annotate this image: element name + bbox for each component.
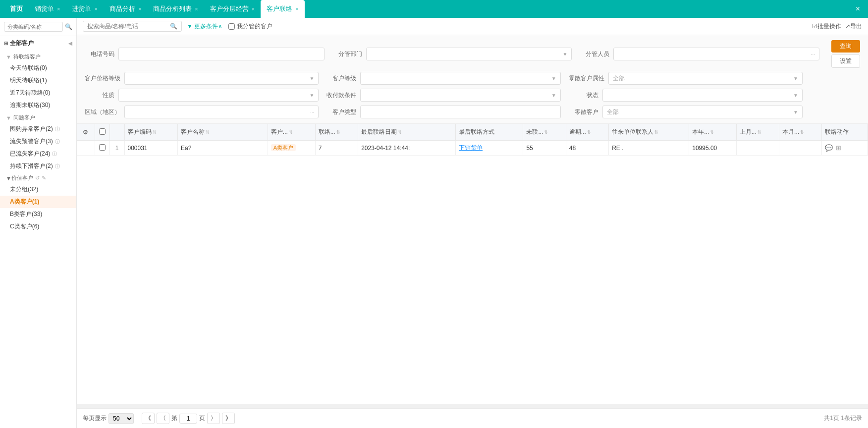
nav-customer-contact[interactable]: 客户联络 × <box>261 0 304 18</box>
th-overdue[interactable]: 逾期... ⇅ <box>566 124 608 141</box>
th-prev-contact[interactable]: 往来单位联系人 ⇅ <box>609 124 689 141</box>
filter-phone-input[interactable] <box>118 48 325 60</box>
sidebar: 🔍 ⊞ 全部客户 ◀ ▼ 待联络客户 今天待联络(0) 明天待联络(1) 近7天… <box>0 18 77 428</box>
filter-search-input[interactable] <box>87 23 168 30</box>
sidebar-item-a-class[interactable]: A类客户(1) <box>0 196 76 208</box>
nav-sales[interactable]: 销货单 × <box>29 0 66 18</box>
sidebar-item-c-class[interactable]: C类客户(6) <box>0 220 76 233</box>
nav-purchase[interactable]: 进货单 × <box>66 0 103 18</box>
filter-cust-type-input[interactable] <box>360 106 560 118</box>
nav-customer-tier[interactable]: 客户分层经营 × <box>204 0 261 18</box>
filter-retail-attr-select[interactable]: 全部 ▼ <box>608 72 803 85</box>
sort-this-month-icon[interactable]: ⇅ <box>800 130 804 135</box>
last-contact-method[interactable]: 下销货单 <box>459 144 483 151</box>
sort-last-date-icon[interactable]: ⇅ <box>398 130 402 135</box>
sort-contact-icon[interactable]: ⇅ <box>336 130 340 135</box>
batch-op-btn[interactable]: ☑ 批量操作 <box>812 22 841 31</box>
page-number-input[interactable] <box>179 414 197 424</box>
sort-this-year-icon[interactable]: ⇅ <box>710 130 714 135</box>
th-name[interactable]: 客户名称 ⇅ <box>178 124 268 141</box>
row-message-icon[interactable]: 💬 <box>825 144 833 152</box>
nav-home[interactable]: 首页 <box>4 0 29 18</box>
sidebar-all-customers[interactable]: ⊞ 全部客户 ◀ <box>0 36 76 51</box>
sidebar-item-today[interactable]: 今天待联络(0) <box>0 62 76 74</box>
nav-customer-tier-label: 客户分层经营 <box>210 4 249 13</box>
sidebar-item-churned[interactable]: 已流失客户(24) ⓘ <box>0 148 76 160</box>
filter-price-grade-select[interactable]: ▼ <box>124 72 319 85</box>
sidebar-search-icon[interactable]: 🔍 <box>65 23 72 30</box>
horizontal-scrollbar[interactable] <box>77 404 868 408</box>
overdue-days: 48 <box>569 145 576 152</box>
my-customers-checkbox-label[interactable]: 我分管的客户 <box>228 22 272 31</box>
filter-nature-select[interactable]: ▼ <box>118 89 319 102</box>
table-row: 1 000031 Ea? A类客户 7 <box>77 141 868 156</box>
nav-goods-analysis[interactable]: 商品分析 × <box>104 0 147 18</box>
sidebar-item-abnormal[interactable]: 囤购异常客户(2) ⓘ <box>0 123 76 135</box>
sidebar-item-overdue[interactable]: 逾期未联络(30) <box>0 99 76 111</box>
sidebar-item-churn-warn[interactable]: 流失预警客户(3) ⓘ <box>0 135 76 148</box>
more-filter-caret: ∧ <box>218 23 222 30</box>
filter-cust-grade-select[interactable]: ▼ <box>360 72 560 85</box>
export-btn[interactable]: ↗ 导出 <box>845 22 862 31</box>
th-num <box>109 124 124 141</box>
th-this-year[interactable]: 本年... ⇅ <box>689 124 737 141</box>
th-uncontacted-label: 未联... <box>526 128 543 136</box>
sort-uncontacted-icon[interactable]: ⇅ <box>544 130 548 135</box>
filter-payment-select[interactable]: ▼ <box>360 89 560 102</box>
th-uncontacted[interactable]: 未联... ⇅ <box>523 124 566 141</box>
sidebar-item-tomorrow[interactable]: 明天待联络(1) <box>0 74 76 87</box>
th-settings[interactable]: ⚙ <box>77 124 95 141</box>
next-page-btn[interactable]: 〉 <box>207 413 220 424</box>
nav-goods-list[interactable]: 商品分析列表 × <box>147 0 204 18</box>
nav-customer-tier-close[interactable]: × <box>252 6 255 12</box>
sidebar-item-declining[interactable]: 持续下滑客户(2) ⓘ <box>0 160 76 172</box>
sort-last-month-icon[interactable]: ⇅ <box>758 130 761 135</box>
more-filter-btn[interactable]: ▼ 更多条件 ∧ <box>187 22 222 31</box>
th-last-month[interactable]: 上月... ⇅ <box>736 124 779 141</box>
prev-page-btn[interactable]: 〈 <box>157 413 169 424</box>
sort-type-icon[interactable]: ⇅ <box>289 130 293 135</box>
filter-retail-cust-select[interactable]: 全部 ▼ <box>602 106 803 118</box>
row-more-icon[interactable]: ⊞ <box>836 144 841 152</box>
th-contact[interactable]: 联络... ⇅ <box>315 124 358 141</box>
sort-name-icon[interactable]: ⇅ <box>206 130 210 135</box>
th-this-month[interactable]: 本月... ⇅ <box>779 124 822 141</box>
sort-prev-contact-icon[interactable]: ⇅ <box>654 130 658 135</box>
sidebar-item-b-class[interactable]: B类客户(33) <box>0 208 76 220</box>
settings-button[interactable]: 设置 <box>831 54 860 68</box>
th-code[interactable]: 客户编码 ⇅ <box>124 124 178 141</box>
filter-region-select[interactable]: ··· <box>124 106 319 118</box>
window-close-button[interactable]: × <box>852 4 864 13</box>
page-size-select[interactable]: 20 50 100 200 <box>108 413 134 424</box>
settings-gear-icon[interactable]: ⚙ <box>83 129 88 136</box>
my-customers-checkbox[interactable] <box>228 23 235 30</box>
nav-purchase-close[interactable]: × <box>94 6 97 12</box>
td-name: Ea? <box>178 141 268 156</box>
refresh-icon[interactable]: ↺ <box>35 175 40 181</box>
first-page-btn[interactable]: 《 <box>142 413 155 424</box>
query-button[interactable]: 查询 <box>831 40 860 53</box>
filter-dept-select[interactable]: ▼ <box>366 48 572 60</box>
page-label: 第 <box>171 414 177 423</box>
sidebar-item-ungroup[interactable]: 未分组(32) <box>0 183 76 196</box>
edit-icon[interactable]: ✎ <box>42 175 46 181</box>
nav-customer-contact-close[interactable]: × <box>295 6 298 12</box>
filter-person-select[interactable]: ··· <box>613 48 819 60</box>
sidebar-item-7days[interactable]: 近7天待联络(0) <box>0 87 76 99</box>
nav-goods-list-close[interactable]: × <box>195 6 198 12</box>
filter-search-icon[interactable]: 🔍 <box>170 23 177 30</box>
nav-goods-analysis-close[interactable]: × <box>138 6 141 12</box>
th-last-date[interactable]: 最后联络日期 ⇅ <box>358 124 456 141</box>
sort-code-icon[interactable]: ⇅ <box>153 130 157 135</box>
sidebar-search-input[interactable] <box>4 22 63 32</box>
sidebar-group-problem[interactable]: ▼ 问题客户 <box>0 111 76 123</box>
filter-status-select[interactable]: ▼ <box>602 89 803 102</box>
select-all-checkbox[interactable] <box>99 128 106 135</box>
sidebar-group-pending[interactable]: ▼ 待联络客户 <box>0 51 76 62</box>
sort-overdue-icon[interactable]: ⇅ <box>587 130 591 135</box>
row-checkbox[interactable] <box>99 144 106 151</box>
th-type[interactable]: 客户... ⇅ <box>268 124 315 141</box>
last-page-btn[interactable]: 》 <box>222 413 235 424</box>
nav-sales-close[interactable]: × <box>57 6 60 12</box>
filter-person-label: 分管人员 <box>580 50 609 58</box>
